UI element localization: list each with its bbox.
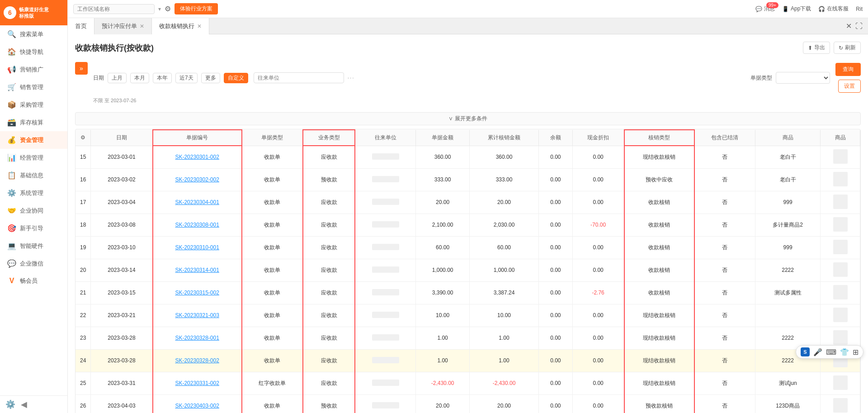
- voice-icon[interactable]: 🎤: [813, 348, 822, 356]
- tab-close-prepay[interactable]: ✕: [140, 23, 144, 29]
- sidebar-item-sales[interactable]: 🛒 销售管理: [0, 78, 67, 96]
- type-filter-select[interactable]: [776, 72, 830, 84]
- app-download-button[interactable]: 📱 App下载: [782, 5, 811, 13]
- cell-unit: [355, 304, 415, 327]
- sidebar-item-basic-info[interactable]: 📋 基础信息: [0, 166, 67, 184]
- sidebar-item-enterprise[interactable]: 🤝 企业协同: [0, 202, 67, 219]
- avatar-icon[interactable]: 👕: [840, 348, 849, 356]
- user-name[interactable]: Rit: [856, 6, 863, 12]
- online-service-button[interactable]: 🎧 在线客服: [818, 5, 849, 13]
- keyboard-icon[interactable]: ⌨: [826, 348, 836, 356]
- cell-unit: [355, 327, 415, 349]
- maximize-icon[interactable]: ⛶: [855, 22, 863, 30]
- order-link[interactable]: SK-20230328-001: [175, 335, 219, 341]
- filter-custom[interactable]: 自定义: [224, 73, 248, 83]
- cell-included: 否: [694, 394, 755, 413]
- sidebar-item-system[interactable]: ⚙️ 系统管理: [0, 184, 67, 202]
- topbar: ▾ ⚙ 体验行业方案 💬 消息 99+ 📱 App下载 🎧 在线客服 Rit: [68, 0, 868, 18]
- unit-filter-input[interactable]: [254, 72, 344, 83]
- sidebar-item-hardware[interactable]: 💻 智能硬件: [0, 237, 67, 255]
- sidebar-item-finance[interactable]: 💰 资金管理: [0, 131, 67, 149]
- cell-total-offset: 1.00: [469, 327, 538, 349]
- sidebar-item-purchase[interactable]: 📦 采购管理: [0, 96, 67, 114]
- product-thumbnail: [833, 240, 848, 254]
- topbar-gear-icon[interactable]: ⚙: [165, 5, 171, 13]
- cell-biz-type: 应收款: [303, 349, 355, 372]
- unit-blurred: [372, 312, 399, 318]
- expand-conditions-row[interactable]: ∨ 展开更多条件: [75, 112, 861, 125]
- table-row: 16 2023-03-02 SK-20230302-002 收款单 预收款 33…: [75, 168, 860, 191]
- filter-this-year[interactable]: 本年: [153, 73, 172, 83]
- expand-icon: ∨: [448, 115, 453, 122]
- apps-icon[interactable]: ⊞: [853, 348, 859, 356]
- sidebar-item-search[interactable]: 🔍 搜索菜单: [0, 25, 67, 43]
- col-settings[interactable]: ⚙: [75, 130, 91, 146]
- cell-total-offset: 60.00: [469, 236, 538, 259]
- cell-order-no: SK-20230328-002: [153, 349, 242, 372]
- order-link[interactable]: SK-20230310-001: [175, 244, 219, 251]
- order-link[interactable]: SK-20230314-001: [175, 267, 219, 273]
- dropdown-arrow-icon[interactable]: ▾: [158, 6, 161, 12]
- sidebar-item-member[interactable]: V 畅会员: [0, 272, 67, 290]
- settings-button[interactable]: 设置: [838, 80, 861, 93]
- filter-more[interactable]: 更多: [201, 73, 220, 83]
- cell-balance: 0.00: [539, 259, 572, 281]
- sales-icon: 🛒: [7, 83, 16, 91]
- cell-included: 否: [694, 327, 755, 349]
- sidebar-item-marketing[interactable]: 📢 营销推广: [0, 61, 67, 78]
- cell-order-no: SK-20230302-002: [153, 168, 242, 191]
- filter-7days[interactable]: 近7天: [175, 73, 198, 83]
- table-row: 23 2023-03-28 SK-20230328-001 收款单 应收款 1.…: [75, 327, 860, 349]
- order-link[interactable]: SK-20230308-001: [175, 222, 219, 228]
- settings-footer-icon[interactable]: ⚙️: [5, 399, 15, 409]
- order-link[interactable]: SK-20230403-002: [175, 403, 219, 409]
- sidebar-item-inventory[interactable]: 🗃️ 库存核算: [0, 114, 67, 131]
- sidebar-item-wechat[interactable]: 💬 企业微信: [0, 255, 67, 272]
- tab-prepay[interactable]: 预计冲应付单 ✕: [94, 18, 152, 34]
- cell-balance: 0.00: [539, 327, 572, 349]
- page-title-bar: 收款核销执行(按收款) ⬆ 导出 ↻ 刷新: [75, 42, 861, 54]
- query-button[interactable]: 查询: [835, 63, 861, 76]
- cell-included: 否: [694, 214, 755, 236]
- cell-biz-type: 应收款: [303, 214, 355, 236]
- order-link[interactable]: SK-20230321-003: [175, 312, 219, 318]
- order-link[interactable]: SK-20230328-002: [175, 357, 219, 364]
- tab-close-collection[interactable]: ✕: [197, 23, 202, 29]
- cell-discount: 0.00: [572, 236, 624, 259]
- sidebar-footer: ⚙️ ◀: [0, 395, 67, 413]
- cell-total-offset: 1.00: [469, 349, 538, 372]
- tabs-actions: ✕ ⛶: [846, 22, 868, 30]
- filter-collapse-btn[interactable]: »: [75, 62, 88, 75]
- order-link[interactable]: SK-20230304-001: [175, 199, 219, 205]
- sidebar-item-guide[interactable]: 🎯 新手引导: [0, 219, 67, 237]
- cell-unit: [355, 168, 415, 191]
- order-link[interactable]: SK-20230301-002: [175, 154, 219, 160]
- collapse-icon[interactable]: ◀: [21, 399, 27, 409]
- filter-dots: ···: [348, 75, 355, 81]
- refresh-button[interactable]: ↻ 刷新: [834, 42, 861, 54]
- close-window-icon[interactable]: ✕: [846, 22, 852, 30]
- search-icon: 🔍: [7, 30, 16, 38]
- cell-unit: [355, 372, 415, 394]
- export-icon: ⬆: [808, 45, 812, 51]
- col-amount: 单据金额: [416, 130, 469, 146]
- messages-button[interactable]: 💬 消息 99+: [755, 5, 775, 13]
- sidebar-item-quick-nav[interactable]: 🏠 快捷导航: [0, 43, 67, 61]
- workspace-input[interactable]: [73, 4, 155, 14]
- cell-biz-type: 应收款: [303, 259, 355, 281]
- filter-this-month[interactable]: 本月: [130, 73, 149, 83]
- cell-bill-type: 收款单: [242, 281, 303, 304]
- tab-home[interactable]: 首页: [68, 18, 94, 34]
- cell-date: 2023-03-15: [91, 281, 153, 304]
- tab-collection[interactable]: 收款核销执行 ✕: [152, 18, 209, 34]
- sidebar-item-operations[interactable]: 📊 经营管理: [0, 149, 67, 166]
- order-link[interactable]: SK-20230331-002: [175, 380, 219, 386]
- order-link[interactable]: SK-20230302-002: [175, 176, 219, 183]
- cell-offset-type: 现结收款核销: [624, 146, 694, 168]
- cell-biz-type: 应收款: [303, 281, 355, 304]
- trial-btn[interactable]: 体验行业方案: [175, 3, 218, 14]
- order-link[interactable]: SK-20230315-002: [175, 290, 219, 296]
- filter-last-month[interactable]: 上月: [108, 73, 127, 83]
- export-button[interactable]: ⬆ 导出: [803, 42, 830, 54]
- cell-amount: 1,000.00: [416, 259, 469, 281]
